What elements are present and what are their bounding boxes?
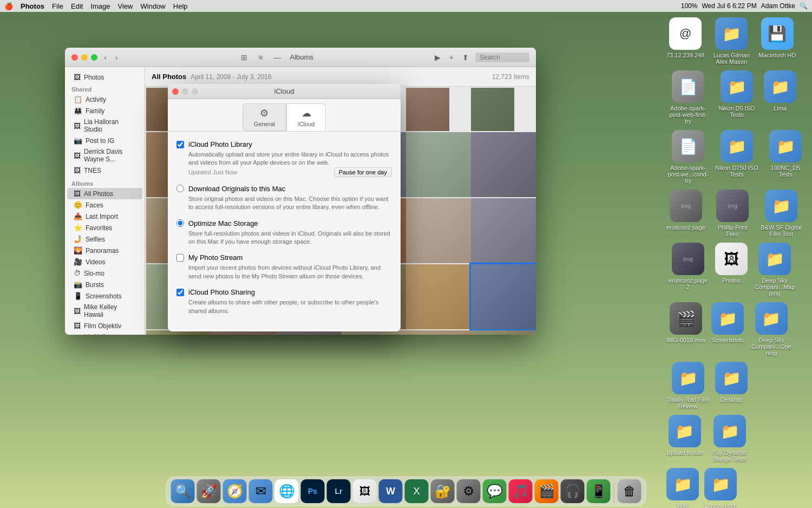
sidebar-item-bursts[interactable]: 📸 Bursts	[67, 279, 142, 290]
maximize-button[interactable]	[91, 54, 97, 61]
apple-menu[interactable]: 🍎	[4, 2, 13, 10]
photo-cell[interactable]	[406, 264, 471, 329]
dock-launchpad[interactable]: 🚀	[197, 479, 221, 503]
view-list-button[interactable]: ≡	[256, 52, 265, 63]
desktop-icon-lance[interactable]: 📁 Lance Nicoll	[702, 466, 739, 508]
tab-icloud[interactable]: ☁ iCloud	[286, 103, 326, 131]
sidebar-item-post-ig[interactable]: 📷 Post to IG	[67, 135, 142, 146]
dock-rdio[interactable]: 🎧	[561, 479, 585, 503]
sidebar-item-screenshots[interactable]: 📱 Screenshots	[67, 290, 142, 302]
sidebar-item-faces[interactable]: 😊 Faces	[67, 199, 142, 211]
app-name[interactable]: Photos	[21, 2, 44, 10]
desktop-icon-adobe1[interactable]: 📄 Adobe-spark-post-web-first-try	[664, 68, 712, 127]
dock-phone[interactable]: 📱	[587, 479, 611, 503]
desktop-icon-wiki[interactable]: 📁 Wiki	[664, 466, 701, 508]
desktop-icon-ip[interactable]: @ 73.12.239.248	[664, 15, 706, 67]
forward-button[interactable]: ›	[113, 52, 120, 63]
download-originals-radio[interactable]	[176, 185, 184, 192]
sidebar-item-last-import[interactable]: 📥 Last Import	[67, 211, 142, 222]
sidebar-item-family[interactable]: 👨‍👩‍👧 Family	[67, 105, 142, 116]
photo-cell[interactable]	[406, 88, 449, 131]
photo-cell-selected[interactable]	[471, 264, 536, 329]
menubar-search-icon[interactable]: 🔍	[800, 2, 808, 10]
dock-chrome[interactable]: 🌐	[275, 479, 299, 503]
icloud-library-checkbox[interactable]	[176, 141, 184, 148]
optimize-storage-radio[interactable]	[176, 219, 184, 227]
dock-messages[interactable]: 💬	[483, 479, 507, 503]
desktop-icon-totally-rad[interactable]: 📁 Totally Rad Film Review	[664, 360, 712, 412]
play-button[interactable]: ▶	[433, 52, 443, 63]
photo-cell[interactable]	[406, 330, 471, 335]
dialog-maximize-button[interactable]	[192, 88, 198, 95]
dock-vlc[interactable]: 🎬	[535, 479, 559, 503]
add-button[interactable]: +	[447, 52, 456, 63]
menu-help[interactable]: Help	[173, 2, 188, 10]
desktop-icon-img-mov[interactable]: 🎬 IMG-0010.mov	[664, 300, 708, 359]
sidebar-item-slomo[interactable]: ⏱ Slo-mo	[67, 268, 142, 279]
sidebar-item-all-photos[interactable]: 🖼 All Photos	[67, 188, 142, 199]
photo-sharing-checkbox[interactable]	[176, 289, 184, 296]
desktop-icon-macintosh[interactable]: 💾 Macintosh HD	[756, 15, 798, 67]
desktop-icon-bw-film[interactable]: 📁 B&W SF Digital Film Test	[757, 187, 805, 239]
sidebar-item-film[interactable]: 🖼 Film Objektiv	[67, 320, 142, 331]
sidebar-item-activity[interactable]: 📋 Activity	[67, 94, 142, 105]
dock-trash[interactable]: 🗑	[618, 479, 641, 503]
dock-system-prefs[interactable]: ⚙	[457, 479, 481, 503]
dock-photos[interactable]: 🖼	[353, 479, 377, 503]
dock-photoshop[interactable]: Ps	[301, 479, 325, 503]
minimize-button[interactable]	[81, 54, 88, 61]
desktop-icon-phillip[interactable]: img Phillip Print Files	[709, 187, 756, 239]
desktop-icon-upload[interactable]: 📁 Upload to site	[664, 413, 705, 465]
desktop-icon-photos[interactable]: 🖼 Photos	[713, 240, 750, 299]
close-button[interactable]	[71, 54, 78, 61]
back-button[interactable]: ‹	[102, 52, 109, 63]
sidebar-item-videos[interactable]: 🎥 Videos	[67, 256, 142, 268]
desktop-icon-eroticonz2[interactable]: img eroticonz page 2	[664, 240, 712, 299]
photo-cell[interactable]	[406, 132, 471, 197]
desktop-icon-desktop[interactable]: 📁 Desktop	[713, 360, 750, 412]
sidebar-item-derrick[interactable]: 🖼 Derrick Davis Wayne S...	[67, 146, 142, 165]
desktop-icon-lucas[interactable]: 📁 Lucas Gilman Alex Mason	[708, 15, 755, 67]
photo-cell[interactable]	[471, 88, 514, 131]
photo-stream-checkbox[interactable]	[176, 254, 184, 262]
dialog-close-button[interactable]	[172, 88, 179, 95]
dock-excel[interactable]: X	[405, 479, 429, 503]
photo-cell[interactable]	[471, 198, 536, 263]
desktop-icon-deepsky-mapping[interactable]: 📁 Deep Sky Compani...Mapping	[751, 240, 798, 299]
desktop-icon-fuji[interactable]: 📁 Fuji Dynamic Range Tests	[706, 413, 754, 465]
sidebar-item-tnes[interactable]: 🖼 TNES	[67, 165, 142, 176]
photo-cell[interactable]	[471, 330, 536, 335]
view-toggle-button[interactable]: ⊞	[239, 52, 250, 63]
sidebar-item-selfies[interactable]: 🤳 Selfies	[67, 233, 142, 245]
desktop-icon-nikon-d5[interactable]: 📁 Nikon D5 ISO Tests	[713, 68, 761, 127]
tab-general[interactable]: ⚙ General	[243, 103, 286, 131]
dock-itunes[interactable]: 🎵	[509, 479, 533, 503]
dock-keychain[interactable]: 🔐	[431, 479, 455, 503]
sidebar-item-lia-studio[interactable]: 🖼 Lia Halloran Studio	[67, 116, 142, 135]
sidebar-item-mike-kelley[interactable]: 🖼 Mike Kelley Hawaii	[67, 302, 142, 320]
dock-lightroom[interactable]: Lr	[327, 479, 351, 503]
desktop-icon-100nc[interactable]: 📁 100NC_D5 Tests	[762, 128, 809, 186]
menu-edit[interactable]: Edit	[71, 2, 83, 10]
sidebar-item-favorites[interactable]: ⭐ Favorites	[67, 222, 142, 233]
pause-button[interactable]: Pause for one day	[334, 167, 392, 177]
desktop-icon-eroticonz1[interactable]: img eroticonz page	[664, 187, 708, 239]
dock-finder[interactable]: 🔍	[171, 479, 195, 503]
dock-mail[interactable]: ✉	[249, 479, 273, 503]
photo-cell[interactable]	[471, 132, 536, 197]
menu-view[interactable]: View	[118, 2, 133, 10]
photo-cell[interactable]	[406, 198, 471, 263]
dialog-minimize-button[interactable]	[182, 88, 188, 95]
desktop-icon-nikon-d750[interactable]: 📁 Nikon D750 ISO Tests	[713, 128, 761, 186]
menu-window[interactable]: Window	[141, 2, 166, 10]
sidebar-item-lia-studios[interactable]: 🖼 Lia Halloran Studios	[67, 331, 142, 335]
menu-image[interactable]: Image	[90, 2, 110, 10]
desktop-icon-lima[interactable]: 📁 Lima	[762, 68, 798, 127]
share-button[interactable]: ⬆	[460, 52, 471, 63]
sidebar-item-photos[interactable]: 🖼 Photos	[67, 71, 142, 83]
dock-word[interactable]: W	[379, 479, 403, 503]
desktop-icon-adobe2[interactable]: 📄 Adobe-spark-post-we...cond-try	[664, 128, 712, 186]
size-button[interactable]: —	[271, 52, 283, 63]
dock-safari[interactable]: 🧭	[223, 479, 247, 503]
menu-file[interactable]: File	[52, 2, 63, 10]
